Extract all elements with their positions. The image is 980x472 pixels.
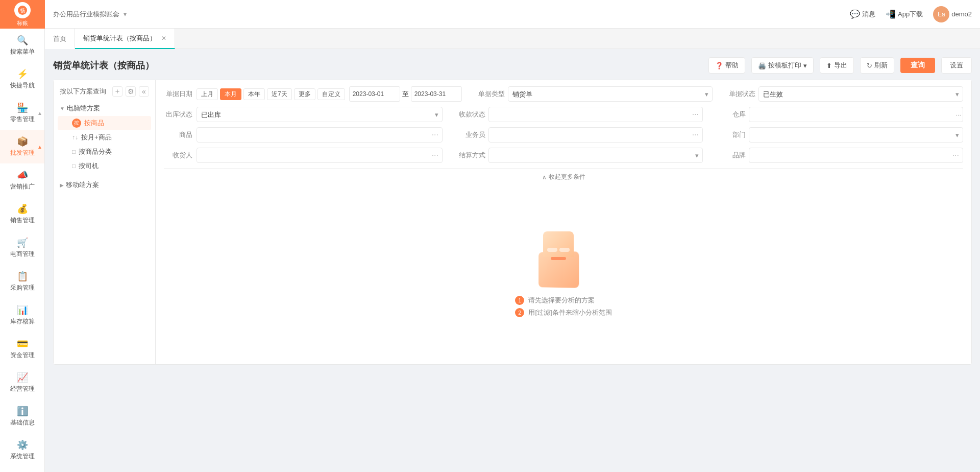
sidebar-item-ecommerce[interactable]: 🛒 电商管理 [0,231,44,265]
export-icon: ⬆ [826,62,832,69]
scheme-by-category[interactable]: □ 按商品分类 [58,145,151,159]
goods-label: 商品 [164,130,192,139]
warehouse-input[interactable] [749,107,963,122]
doc-type-select[interactable]: 销货单 [508,86,713,102]
query-button[interactable]: 查询 [900,58,935,73]
system-icon: ⚙️ [17,439,28,451]
empty-hints: 1 请先选择要分析的方案 2 用[过滤]条件来缩小分析范围 [515,296,611,317]
goods-input-wrapper: ··· [197,127,443,143]
salesman-section: 业务员 ··· [457,127,703,143]
doc-status-select[interactable]: 已生效 [758,86,963,102]
sidebar-item-operations-label: 经营管理 [10,385,35,393]
message-action[interactable]: 💬 消息 [850,9,875,19]
sidebar-item-marketing[interactable]: 📣 营销推广 [0,163,44,197]
sidebar-item-enterprise[interactable]: 🤝 企业协同 [0,467,44,472]
sidebar-logo-text: 标账 [17,19,28,27]
hint-num-2: 2 [515,308,524,317]
refresh-button[interactable]: ↻ 刷新 [860,57,894,74]
scheme-tree: ▼ 电脑端方案 按 按商品 ↑↓ 按月+商品 □ [54,101,155,193]
collapse-label: 收起更多条件 [549,173,585,181]
print-button[interactable]: 🖨️ 按模板打印 ▾ [751,57,814,74]
payment-status-input[interactable] [488,107,703,122]
username-label: demo2 [951,10,972,18]
goods-input[interactable] [197,127,443,143]
date-btn-custom[interactable]: 自定义 [317,88,345,100]
sidebar-item-shortcut-label: 快捷导航 [10,81,35,90]
salesman-input[interactable] [488,127,703,143]
scheme-by-month-goods[interactable]: ↑↓ 按月+商品 [58,130,151,145]
search-icon: 🔍 [17,35,28,46]
sidebar-item-system[interactable]: ⚙️ 系统管理 [0,433,44,467]
scheme-by-driver[interactable]: □ 按司机 [58,159,151,173]
warehouse-input-wrapper: ··· [749,107,963,122]
settlement-label: 结算方式 [457,151,485,160]
date-btn-this-month[interactable]: 本月 [220,88,241,100]
app-download-label: App下载 [898,10,923,19]
date-quick-buttons: 上月 本月 本年 近7天 更多 自定义 [197,88,345,100]
date-btn-this-year[interactable]: 本年 [243,88,265,100]
brand-input[interactable] [749,148,963,163]
date-btn-last-month[interactable]: 上月 [197,88,218,100]
user-action[interactable]: Ea demo2 [933,6,972,22]
scheme-by-goods-icon: 按 [72,119,81,128]
mobile-scheme-parent[interactable]: ▶ 移动端方案 [58,177,151,193]
date-btn-more[interactable]: 更多 [294,88,315,100]
add-scheme-button[interactable]: ＋ [112,86,122,97]
logo-icon: 畅 [14,2,31,18]
settings-button[interactable]: 设置 [941,57,972,74]
date-label: 单据日期 [164,89,192,99]
salesman-input-wrapper: ··· [488,127,703,143]
avatar-text: Ea [938,11,945,18]
sidebar-item-operations[interactable]: 📈 经营管理 [0,366,44,399]
out-status-select[interactable]: 已出库 [197,107,443,122]
tab-sales-stat[interactable]: 销货单统计表（按商品） ✕ [75,29,175,49]
tab-close-button[interactable]: ✕ [161,35,166,42]
help-button[interactable]: ❓ 帮助 [708,57,745,74]
warehouse-section: 仓库 ··· [717,107,963,122]
settings-scheme-button[interactable]: ⚙ [126,86,136,97]
app-download-action[interactable]: 📲 App下载 [886,9,923,19]
collapse-panel-button[interactable]: « [139,86,149,97]
desktop-scheme-parent[interactable]: ▼ 电脑端方案 [58,101,151,116]
settlement-select[interactable] [488,148,703,163]
sidebar-item-wholesale-label: 批发管理 [10,149,35,157]
download-icon: 📲 [886,9,896,19]
collapse-up-icon: ∧ [542,174,547,181]
sidebar-logo[interactable]: 畅 标账 [0,0,45,29]
sidebar-item-wholesale[interactable]: 📦 批发管理 ▲ [0,130,44,163]
receiver-input[interactable] [197,148,443,163]
sidebar-item-retail-label: 零售管理 [10,115,35,124]
sales-icon: 💰 [17,203,28,215]
sidebar-menu: 🔍 搜索菜单 ⚡ 快捷导航 🏪 零售管理 ▲ 📦 批发管理 ▲ 📣 营销推广 💰… [0,29,44,472]
settlement-section: 结算方式 ▾ [457,148,703,163]
tab-sales-stat-label: 销货单统计表（按商品） [83,34,156,43]
date-to-input[interactable] [411,86,462,102]
sidebar-item-inventory[interactable]: 📊 库存核算 [0,298,44,332]
sidebar-item-search[interactable]: 🔍 搜索菜单 [0,29,44,62]
sidebar-item-finance[interactable]: 💳 资金管理 [0,332,44,366]
tab-home[interactable]: 首页 [45,29,75,49]
scheme-by-goods[interactable]: 按 按商品 [58,116,151,130]
page-header: 销货单统计表（按商品） ❓ 帮助 🖨️ 按模板打印 ▾ ⬆ 导出 ↻ 刷新 查询… [53,57,972,74]
dept-select[interactable] [749,127,963,143]
doc-status-section: 单据状态 已生效 ▾ [727,86,963,102]
page-actions: ❓ 帮助 🖨️ 按模板打印 ▾ ⬆ 导出 ↻ 刷新 查询 设置 [708,57,972,74]
operations-icon: 📈 [17,372,28,383]
sidebar-item-basic[interactable]: ℹ️ 基础信息 [0,399,44,433]
doc-status-label: 单据状态 [727,89,755,99]
shortcut-icon: ⚡ [17,68,28,80]
ecommerce-icon: 🛒 [17,237,28,248]
sidebar-item-purchase[interactable]: 📋 采购管理 [0,265,44,298]
empty-box-eye2 [559,248,570,252]
topbar-dropdown-icon[interactable]: ▾ [124,11,127,18]
doc-type-label: 单据类型 [476,89,505,99]
collapse-bar[interactable]: ∧ 收起更多条件 [164,168,963,185]
date-from-input[interactable] [349,86,400,102]
sidebar-item-sales[interactable]: 💰 销售管理 [0,197,44,231]
export-button[interactable]: ⬆ 导出 [820,57,854,74]
sidebar-item-retail[interactable]: 🏪 零售管理 ▲ [0,96,44,130]
date-btn-7days[interactable]: 近7天 [267,88,292,100]
sidebar-item-search-label: 搜索菜单 [10,48,35,56]
filter-row-3: 商品 ··· 业务员 ··· 部门 [164,127,963,143]
sidebar-item-shortcut[interactable]: ⚡ 快捷导航 [0,62,44,96]
